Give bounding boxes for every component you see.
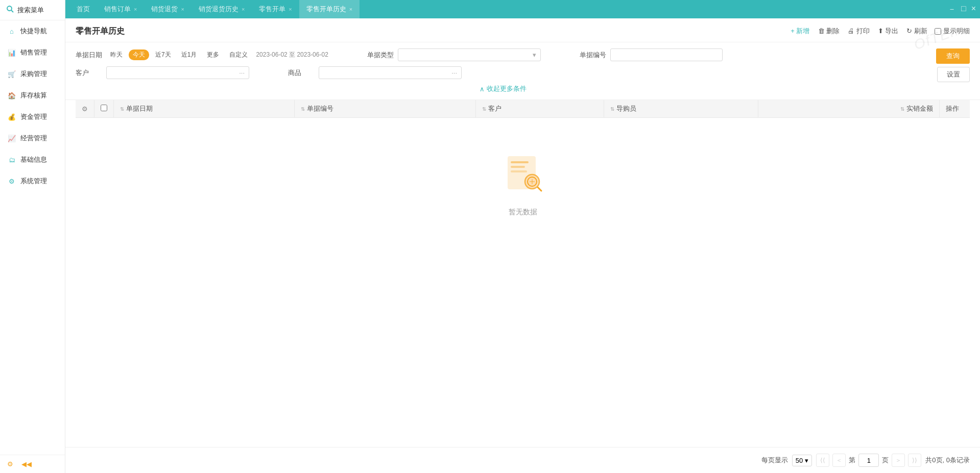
- date-yesterday[interactable]: 昨天: [106, 49, 127, 60]
- per-page-label: 每页显示: [761, 456, 788, 465]
- sidebar: 搜索菜单 ⌂ 快捷导航 📊 销售管理 🛒 采购管理 🏠 库存核算 💰 资金管理 …: [0, 0, 65, 473]
- page-number-input[interactable]: [858, 454, 879, 467]
- tab-home[interactable]: 首页: [69, 0, 97, 18]
- date-7days[interactable]: 近7天: [151, 49, 175, 60]
- date-more[interactable]: 更多: [203, 49, 223, 60]
- col-guide: ⇅ 导购员: [604, 100, 758, 118]
- first-page-btn[interactable]: ⟨⟨: [816, 454, 829, 467]
- tab-bar: 首页 销售订单 × 销货退货 × 销货退货历史 × 零售开单 × 零售开单历史 …: [65, 0, 980, 18]
- tab-retail-history-close[interactable]: ×: [349, 7, 352, 12]
- doc-no-input[interactable]: [610, 48, 723, 61]
- doc-type-label: 单据类型: [367, 51, 394, 60]
- goods-input[interactable]: ···: [319, 66, 462, 79]
- maximize-btn[interactable]: □: [961, 4, 966, 15]
- tab-retail-open-close[interactable]: ×: [289, 7, 292, 12]
- set-button[interactable]: 设置: [937, 67, 970, 82]
- customer-label: 客户: [76, 68, 89, 78]
- col-doc-no: ⇅ 单据编号: [295, 100, 475, 118]
- col-amount-sort-icon[interactable]: ⇅: [900, 106, 904, 112]
- col-date-sort-icon[interactable]: ⇅: [120, 106, 124, 112]
- search-icon: [6, 5, 14, 15]
- export-button[interactable]: ⬆ 导出: [877, 24, 900, 38]
- prev-page-btn[interactable]: ＜: [832, 454, 846, 467]
- footer-gear-icon[interactable]: ⚙: [7, 460, 13, 468]
- show-detail-checkbox[interactable]: 显示明细: [935, 27, 970, 36]
- minimize-btn[interactable]: －: [948, 4, 956, 15]
- sidebar-item-label: 快捷导航: [20, 27, 47, 36]
- date-filter-field: 单据日期 昨天 今天 近7天 近1月 更多 自定义 2023-06-02 至 2…: [76, 49, 328, 60]
- page-size-select[interactable]: 50 ▾: [792, 455, 812, 466]
- customer-input[interactable]: ···: [106, 66, 249, 79]
- sidebar-item-inventory[interactable]: 🏠 库存核算: [0, 85, 65, 106]
- tab-retail-history[interactable]: 零售开单历史 ×: [299, 0, 360, 18]
- col-guide-sort-icon[interactable]: ⇅: [610, 106, 614, 112]
- col-date-label: 单据日期: [126, 104, 153, 113]
- table-container: ⚙ ⇅ 单据日期 ⇅: [65, 100, 980, 447]
- tab-sales-return-history[interactable]: 销货退货历史 ×: [192, 0, 252, 18]
- sidebar-item-purchase-mgmt[interactable]: 🛒 采购管理: [0, 63, 65, 85]
- refresh-button[interactable]: ↻ 刷新: [905, 24, 928, 38]
- chevron-up-icon: ∧: [480, 85, 485, 93]
- svg-point-0: [7, 6, 12, 11]
- table-settings-icon[interactable]: ⚙: [82, 105, 88, 113]
- col-customer: ⇅ 客户: [475, 100, 604, 118]
- goods-filter-field: 商品 ···: [288, 66, 462, 79]
- show-detail-input[interactable]: [935, 28, 941, 35]
- svg-rect-3: [511, 161, 529, 163]
- tab-retail-open[interactable]: 零售开单 ×: [252, 0, 299, 18]
- purchase-icon: 🛒: [7, 69, 16, 79]
- tab-sales-return[interactable]: 销货退货 ×: [144, 0, 191, 18]
- footer-collapse-icon[interactable]: ◀◀: [21, 460, 32, 468]
- goods-label: 商品: [288, 68, 301, 78]
- date-shortcuts: 昨天 今天 近7天 近1月 更多 自定义 2023-06-02 至 2023-0…: [106, 49, 328, 60]
- collapse-label: 收起更多条件: [487, 84, 527, 93]
- page-size-value: 50: [796, 457, 803, 464]
- tab-retail-open-label: 零售开单: [259, 5, 285, 14]
- filter-area: 单据日期 昨天 今天 近7天 近1月 更多 自定义 2023-06-02 至 2…: [65, 42, 980, 100]
- empty-state: 暂无数据: [76, 118, 970, 247]
- empty-illustration: [497, 148, 548, 200]
- tab-sales-return-close[interactable]: ×: [181, 7, 184, 12]
- page-nav: ⟨⟨ ＜ 第 页 ＞ ⟩⟩: [816, 454, 921, 467]
- date-today[interactable]: 今天: [129, 49, 149, 60]
- date-1month[interactable]: 近1月: [177, 49, 201, 60]
- col-docno-label: 单据编号: [307, 104, 333, 113]
- collapse-btn[interactable]: ∧ 收起更多条件: [76, 84, 930, 93]
- sidebar-item-label: 销售管理: [20, 48, 47, 57]
- tab-sales-order-close[interactable]: ×: [134, 7, 137, 12]
- sidebar-item-sys-mgmt[interactable]: ⚙ 系统管理: [0, 170, 65, 192]
- date-custom[interactable]: 自定义: [225, 49, 252, 60]
- svg-rect-4: [511, 166, 525, 168]
- select-all-checkbox[interactable]: [101, 105, 107, 111]
- delete-button[interactable]: 🗑 删除: [817, 24, 841, 38]
- sidebar-search[interactable]: 搜索菜单: [0, 0, 65, 20]
- customer-filter-field: 客户 ···: [76, 66, 249, 79]
- system-icon: ⚙: [7, 177, 16, 186]
- home-icon: ⌂: [7, 27, 16, 36]
- goods-dots-icon: ···: [451, 69, 457, 77]
- col-docno-sort-icon[interactable]: ⇅: [301, 106, 305, 112]
- sidebar-item-quick-nav[interactable]: ⌂ 快捷导航: [0, 20, 65, 42]
- sidebar-item-sales-mgmt[interactable]: 📊 销售管理: [0, 42, 65, 63]
- next-page-btn[interactable]: ＞: [892, 454, 905, 467]
- sidebar-item-label: 系统管理: [20, 177, 47, 186]
- add-button[interactable]: + 新增: [790, 24, 810, 38]
- last-page-btn[interactable]: ⟩⟩: [908, 454, 921, 467]
- query-button[interactable]: 查询: [936, 48, 970, 64]
- window-controls: － □ ×: [948, 4, 976, 15]
- total-info: 共0页, 0条记录: [925, 456, 970, 465]
- page-size-chevron: ▾: [805, 457, 808, 464]
- tab-sales-return-history-close[interactable]: ×: [242, 7, 245, 12]
- sidebar-item-label: 基础信息: [20, 155, 47, 164]
- svg-rect-5: [511, 170, 527, 172]
- sidebar-item-operations[interactable]: 📈 经营管理: [0, 128, 65, 149]
- close-btn[interactable]: ×: [971, 4, 976, 15]
- sidebar-item-base-info[interactable]: 🗂 基础信息: [0, 149, 65, 170]
- doc-type-select[interactable]: ▾: [398, 48, 541, 61]
- col-ops: 操作: [939, 100, 970, 118]
- col-customer-sort-icon[interactable]: ⇅: [482, 106, 486, 112]
- tab-sales-return-history-label: 销货退货历史: [199, 5, 238, 14]
- print-button[interactable]: 🖨 打印: [847, 24, 871, 38]
- sidebar-item-finance[interactable]: 💰 资金管理: [0, 106, 65, 128]
- tab-sales-order[interactable]: 销售订单 ×: [97, 0, 144, 18]
